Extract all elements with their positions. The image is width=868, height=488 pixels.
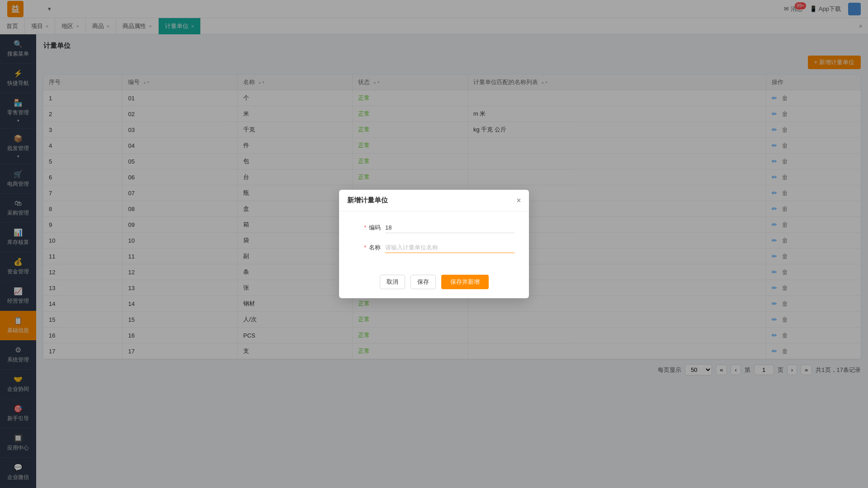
cancel-button[interactable]: 取消 — [380, 275, 405, 289]
modal-body: * 编码 * 名称 — [339, 211, 529, 269]
form-row-code: * 编码 — [354, 222, 514, 233]
save-button[interactable]: 保存 — [410, 275, 436, 289]
code-required-mark: * — [364, 224, 366, 231]
save-and-new-button[interactable]: 保存并新增 — [441, 275, 489, 289]
modal-close-btn[interactable]: × — [517, 197, 521, 205]
modal-overlay: 新增计量单位 × * 编码 * 名称 取消 保存 保存并新增 — [0, 0, 868, 488]
name-input[interactable] — [385, 242, 514, 253]
name-field-label: * 名称 — [354, 244, 381, 252]
modal-footer: 取消 保存 保存并新增 — [339, 269, 529, 298]
code-input[interactable] — [385, 222, 514, 233]
modal-header: 新增计量单位 × — [339, 190, 529, 211]
code-field-label: * 编码 — [354, 224, 381, 232]
form-row-name: * 名称 — [354, 242, 514, 253]
modal-title: 新增计量单位 — [347, 196, 388, 205]
add-unit-modal: 新增计量单位 × * 编码 * 名称 取消 保存 保存并新增 — [339, 190, 529, 298]
name-required-mark: * — [364, 244, 366, 251]
